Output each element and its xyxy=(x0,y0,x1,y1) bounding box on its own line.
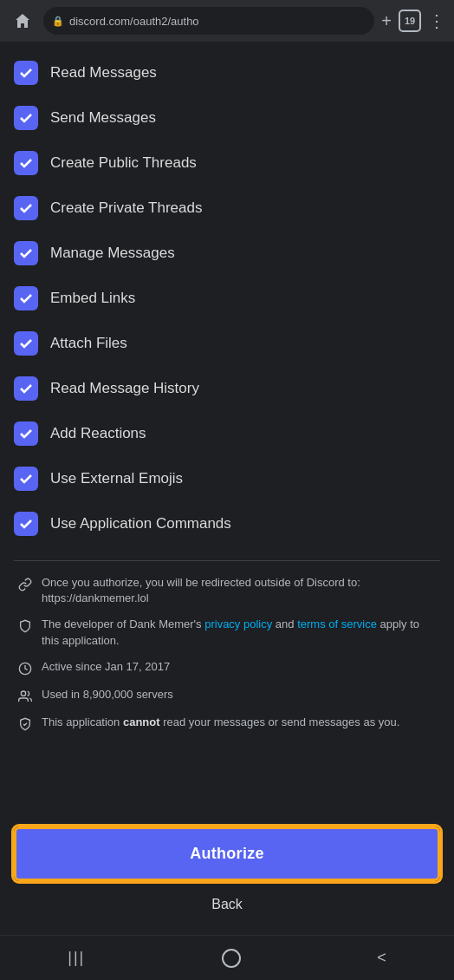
permission-item-add-reactions[interactable]: Add Reactions xyxy=(14,411,440,456)
checkbox-create-public-threads[interactable] xyxy=(14,151,38,175)
authorize-button[interactable]: Authorize xyxy=(14,826,440,881)
active-since-text: Active since Jan 17, 2017 xyxy=(42,659,170,675)
permission-label-create-public-threads: Create Public Threads xyxy=(50,154,197,172)
tab-count-badge[interactable]: 19 xyxy=(399,10,421,32)
home-button[interactable] xyxy=(9,7,36,35)
svg-point-2 xyxy=(223,950,240,967)
permission-label-use-application-commands: Use Application Commands xyxy=(50,515,231,532)
nav-back-button[interactable]: < xyxy=(360,942,404,974)
main-content: Read Messages Send Messages Create Publi… xyxy=(0,42,454,813)
shield-icon xyxy=(17,618,33,634)
servers-used-text: Used in 8,900,000 servers xyxy=(42,687,173,702)
permission-label-attach-files: Attach Files xyxy=(50,335,127,352)
checkbox-use-external-emojis[interactable] xyxy=(14,467,38,491)
back-button[interactable]: Back xyxy=(14,885,440,924)
redirect-text: Once you authorize, you will be redirect… xyxy=(42,575,437,606)
checkbox-read-messages[interactable] xyxy=(14,61,38,85)
browser-actions: + 19 ⋮ xyxy=(381,10,445,32)
policy-text: The developer of Dank Memer's privacy po… xyxy=(42,617,437,648)
users-icon xyxy=(17,689,33,704)
permission-label-send-messages: Send Messages xyxy=(50,109,156,127)
svg-point-1 xyxy=(21,691,25,696)
link-icon xyxy=(17,577,33,592)
add-tab-button[interactable]: + xyxy=(381,12,392,29)
menu-dots-button[interactable]: ⋮ xyxy=(428,10,445,31)
nav-home-button[interactable] xyxy=(204,941,259,976)
permission-label-create-private-threads: Create Private Threads xyxy=(50,199,202,217)
permission-item-attach-files[interactable]: Attach Files xyxy=(14,321,440,366)
nav-lines-button[interactable]: ||| xyxy=(50,942,102,974)
cannot-read-info: This application cannot read your messag… xyxy=(17,715,437,732)
checkbox-send-messages[interactable] xyxy=(14,106,38,130)
permission-label-read-messages: Read Messages xyxy=(50,64,157,82)
browser-bar: 🔒 discord.com/oauth2/autho + 19 ⋮ xyxy=(0,0,454,42)
permission-item-manage-messages[interactable]: Manage Messages xyxy=(14,231,440,276)
permission-item-send-messages[interactable]: Send Messages xyxy=(14,95,440,140)
permission-item-use-external-emojis[interactable]: Use External Emojis xyxy=(14,456,440,501)
permission-item-create-public-threads[interactable]: Create Public Threads xyxy=(14,140,440,186)
policy-info: The developer of Dank Memer's privacy po… xyxy=(17,617,437,648)
checkbox-embed-links[interactable] xyxy=(14,286,38,310)
permission-label-manage-messages: Manage Messages xyxy=(50,245,175,262)
address-bar[interactable]: 🔒 discord.com/oauth2/autho xyxy=(43,7,374,35)
permission-label-read-message-history: Read Message History xyxy=(50,380,199,397)
permission-item-use-application-commands[interactable]: Use Application Commands xyxy=(14,501,440,546)
divider xyxy=(14,560,440,561)
checkbox-add-reactions[interactable] xyxy=(14,421,38,446)
permission-label-add-reactions: Add Reactions xyxy=(50,425,146,442)
permission-item-read-messages[interactable]: Read Messages xyxy=(14,50,440,95)
clock-icon xyxy=(17,661,33,676)
tos-link[interactable]: terms of service xyxy=(297,617,377,630)
privacy-policy-link[interactable]: privacy policy xyxy=(204,617,272,630)
permission-item-embed-links[interactable]: Embed Links xyxy=(14,276,440,321)
lock-icon: 🔒 xyxy=(52,16,64,27)
permission-label-embed-links: Embed Links xyxy=(50,290,135,307)
checkbox-create-private-threads[interactable] xyxy=(14,196,38,220)
cannot-read-text: This application cannot read your messag… xyxy=(42,715,399,730)
checkbox-manage-messages[interactable] xyxy=(14,241,38,265)
checkbox-read-message-history[interactable] xyxy=(14,376,38,401)
redirect-info: Once you authorize, you will be redirect… xyxy=(17,575,437,606)
info-section: Once you authorize, you will be redirect… xyxy=(14,575,440,732)
buttons-area: Authorize Back xyxy=(0,813,454,935)
permission-item-create-private-threads[interactable]: Create Private Threads xyxy=(14,186,440,231)
shield-check-icon xyxy=(17,716,33,732)
servers-used-info: Used in 8,900,000 servers xyxy=(17,687,437,704)
checkbox-attach-files[interactable] xyxy=(14,331,38,356)
permission-label-use-external-emojis: Use External Emojis xyxy=(50,470,183,487)
url-text: discord.com/oauth2/autho xyxy=(69,15,199,28)
checkbox-use-application-commands[interactable] xyxy=(14,512,38,536)
active-since-info: Active since Jan 17, 2017 xyxy=(17,659,437,676)
permission-list: Read Messages Send Messages Create Publi… xyxy=(14,50,440,546)
permission-item-read-message-history[interactable]: Read Message History xyxy=(14,366,440,411)
bottom-nav: ||| < xyxy=(0,935,454,980)
